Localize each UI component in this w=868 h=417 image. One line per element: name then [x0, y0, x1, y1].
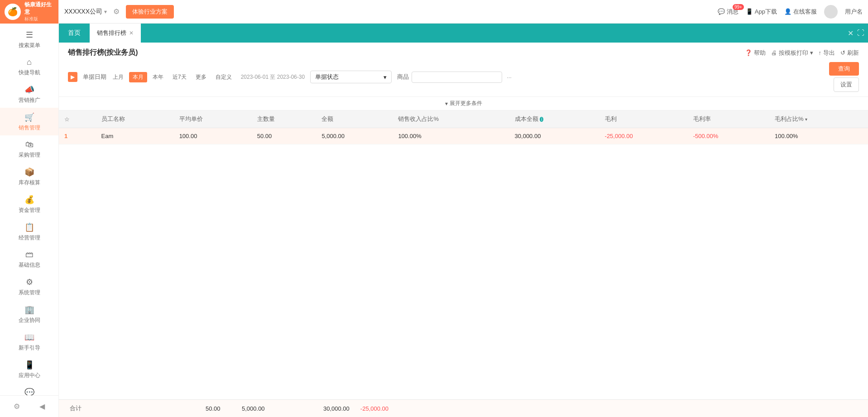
- logo-sub: 标准版: [24, 16, 54, 22]
- date-btn-last-month[interactable]: 上月: [109, 72, 127, 82]
- sidebar-item-enterprise[interactable]: 🏢 企业协同: [0, 300, 58, 328]
- tab-maximize-icon[interactable]: ⛶: [857, 29, 864, 37]
- status-select[interactable]: 单据状态 ▾: [310, 71, 392, 83]
- expand-down-icon: ▾: [445, 101, 448, 107]
- settings-footer-icon[interactable]: ⚙: [14, 402, 20, 411]
- sidebar-label-basics: 基础信息: [19, 261, 40, 269]
- page-title: 销售排行榜(按业务员): [68, 48, 138, 58]
- logo-text: 畅康通好生意: [24, 1, 54, 15]
- sidebar-label-quick-nav: 快捷导航: [19, 69, 40, 77]
- goods-input[interactable]: [412, 72, 502, 83]
- sidebar-label-app-center: 应用中心: [19, 372, 40, 379]
- main-area: XXXXXX公司 ▾ ⚙ 体验行业方案 💬 消息 99+ 📱 App下载 👤 在…: [59, 0, 868, 417]
- col-cost: 成本全额 i: [509, 110, 599, 128]
- message-icon: 💬: [718, 8, 725, 15]
- col-gross-pct: 毛利占比% ▾: [769, 110, 868, 128]
- tab-home[interactable]: 首页: [59, 24, 90, 43]
- sidebar-footer: ⚙ ◀: [0, 395, 58, 417]
- date-btn-this-year[interactable]: 本年: [149, 72, 167, 82]
- filter-toggle-icon[interactable]: ▶: [68, 72, 77, 82]
- service-label: 在线客服: [793, 8, 817, 16]
- sidebar-item-search[interactable]: ☰ 搜索菜单: [0, 25, 58, 53]
- operations-icon: 📋: [24, 222, 34, 232]
- app-download-button[interactable]: 📱 App下载: [746, 8, 777, 16]
- tab-close-all-icon[interactable]: ✕: [848, 29, 854, 38]
- help-button[interactable]: ❓ 帮助: [745, 49, 766, 57]
- col-rank: ☆: [59, 110, 96, 128]
- search-menu-icon: ☰: [26, 30, 33, 40]
- collapse-icon[interactable]: ◀: [39, 402, 45, 411]
- cell-gross: -25,000.00: [599, 128, 688, 144]
- date-btn-custom[interactable]: 自定义: [212, 72, 235, 82]
- refresh-button[interactable]: ↺ 刷新: [840, 49, 859, 57]
- topbar-right: 💬 消息 99+ 📱 App下载 👤 在线客服 用户名: [718, 5, 863, 19]
- refresh-icon: ↺: [840, 49, 845, 56]
- print-dropdown-icon: ▾: [810, 49, 813, 56]
- cell-avg-price: 100.00: [174, 128, 252, 144]
- more-filters-icon[interactable]: ···: [505, 74, 513, 81]
- table-footer: 合计 50.00 5,000.00 30,000.00 -25,000.00: [59, 399, 868, 417]
- filter-group-status: 单据状态 ▾: [310, 71, 392, 83]
- username-label: 用户名: [845, 8, 863, 16]
- app-center-icon: 📱: [24, 360, 34, 370]
- sidebar-item-sales[interactable]: 🛒 销售管理: [0, 108, 58, 135]
- settings-button[interactable]: 设置: [834, 77, 859, 92]
- home-icon: ⌂: [27, 58, 32, 67]
- content-area: 销售排行榜(按业务员) ❓ 帮助 🖨 按模板打印 ▾ ↑ 导出 ↺ 刷新: [59, 43, 868, 417]
- sidebar-label-finance: 资金管理: [19, 206, 40, 214]
- tab-active-label: 销售排行榜: [97, 29, 126, 37]
- page-actions: ❓ 帮助 🖨 按模板打印 ▾ ↑ 导出 ↺ 刷新: [745, 49, 859, 57]
- date-btn-more[interactable]: 更多: [192, 72, 210, 82]
- enterprise-icon: 🏢: [24, 305, 34, 315]
- tab-close-icon[interactable]: ✕: [129, 30, 134, 36]
- sidebar-item-purchase[interactable]: 🛍 采购管理: [0, 135, 58, 163]
- sidebar-item-app-center[interactable]: 📱 应用中心: [0, 355, 58, 383]
- logo-icon: 🍊: [5, 4, 21, 20]
- sidebar-item-inventory[interactable]: 📦 库存核算: [0, 163, 58, 190]
- trial-button[interactable]: 体验行业方案: [126, 5, 174, 19]
- cell-qty: 50.00: [252, 128, 317, 144]
- export-label: 导出: [823, 49, 835, 57]
- status-select-label: 单据状态: [315, 73, 339, 81]
- sidebar-item-quick-nav[interactable]: ⌂ 快捷导航: [0, 53, 58, 80]
- export-button[interactable]: ↑ 导出: [819, 49, 835, 57]
- expand-more-button[interactable]: ▾ 展开更多条件: [445, 100, 482, 107]
- footer-amount: 5,000.00: [236, 405, 273, 412]
- sidebar-label-sales: 销售管理: [19, 124, 40, 132]
- company-selector[interactable]: XXXXXX公司 ▾: [64, 8, 107, 16]
- table-header-row: ☆ 员工名称 平均单价 主数量 全额 销售收入占比% 成本全额 i 毛利 毛利率…: [59, 110, 868, 128]
- sidebar-item-operations[interactable]: 📋 经营管理: [0, 218, 58, 245]
- filter-group-date: 单据日期 上月 本月 本年 近7天 更多 自定义: [83, 72, 235, 82]
- print-label: 按模板打印: [779, 49, 808, 57]
- sidebar-label-purchase: 采购管理: [19, 151, 40, 159]
- date-btn-this-month[interactable]: 本月: [129, 72, 147, 82]
- sidebar-item-finance[interactable]: 💰 资金管理: [0, 190, 58, 218]
- query-button[interactable]: 查询: [829, 62, 859, 76]
- sidebar-item-basics[interactable]: 🗃 基础信息: [0, 245, 58, 273]
- sidebar-label-system: 系统管理: [19, 289, 40, 297]
- export-icon: ↑: [819, 49, 822, 56]
- ranking-table: ☆ 员工名称 平均单价 主数量 全额 销售收入占比% 成本全额 i 毛利 毛利率…: [59, 110, 868, 144]
- sidebar-item-guide[interactable]: 📖 新手引导: [0, 328, 58, 355]
- message-button[interactable]: 💬 消息 99+: [718, 8, 739, 16]
- user-avatar[interactable]: [824, 5, 838, 19]
- settings-gear-icon[interactable]: ⚙: [111, 5, 121, 18]
- date-btn-7days[interactable]: 近7天: [169, 72, 190, 82]
- sidebar-label-inventory: 库存核算: [19, 179, 40, 187]
- online-service-button[interactable]: 👤 在线客服: [784, 8, 817, 16]
- message-badge: 99+: [733, 4, 744, 10]
- tab-sales-ranking[interactable]: 销售排行榜 ✕: [90, 24, 141, 43]
- system-icon: ⚙: [26, 277, 33, 287]
- tabbar-right: ✕ ⛶: [848, 29, 868, 38]
- print-button[interactable]: 🖨 按模板打印 ▾: [771, 49, 813, 57]
- sidebar-item-wechat[interactable]: 💬 企业微信: [0, 383, 58, 395]
- sidebar-label-operations: 经营管理: [19, 234, 40, 242]
- company-arrow-icon: ▾: [104, 9, 107, 15]
- cell-name: Eam: [96, 128, 174, 144]
- footer-cost: 30,000.00: [318, 405, 355, 412]
- col-sales-pct: 销售收入占比%: [393, 110, 509, 128]
- cell-rank: 1: [59, 128, 96, 144]
- sidebar-item-marketing[interactable]: 📣 营销推广: [0, 80, 58, 108]
- expand-label: 展开更多条件: [450, 100, 482, 107]
- sidebar-item-system[interactable]: ⚙ 系统管理: [0, 273, 58, 300]
